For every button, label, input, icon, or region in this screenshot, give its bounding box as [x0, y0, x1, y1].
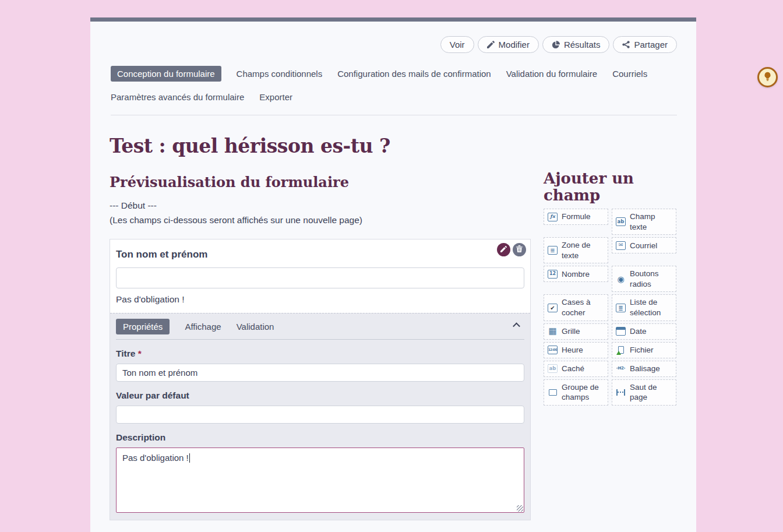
- actions-row: Voir Modifier Résultats Partager: [110, 36, 677, 53]
- field-type-label: Zone de texte: [562, 240, 604, 260]
- description-textarea[interactable]: Pas d'obligation !: [116, 448, 524, 513]
- select-list-icon: ≣: [616, 304, 626, 312]
- field-value-input[interactable]: [116, 267, 524, 288]
- description-label: Description: [116, 432, 524, 443]
- top-accent-bar: [90, 17, 696, 22]
- field-type-label: Courriel: [630, 241, 657, 251]
- field-type-label: Groupe de champs: [562, 382, 604, 403]
- tab-courriels[interactable]: Courriels: [612, 66, 647, 82]
- add-balisage-button[interactable]: ‹H2› Balisage: [612, 361, 676, 377]
- page-title: Test : quel hérisson es-tu ?: [110, 135, 677, 157]
- tab-exporter[interactable]: Exporter: [259, 89, 292, 105]
- results-button[interactable]: Résultats: [542, 36, 610, 53]
- content-area: Voir Modifier Résultats Partager Concept…: [90, 22, 696, 532]
- pagebreak-marker: --- Début ---: [110, 200, 531, 211]
- clock-icon: 12:00: [548, 346, 558, 354]
- form-preview-column: Prévisualisation du formulaire --- Début…: [110, 164, 531, 532]
- tab-validation[interactable]: Validation: [237, 319, 274, 334]
- field-type-label: Champ texte: [630, 212, 672, 232]
- pencil-icon: [487, 41, 495, 48]
- form-admin-tabs: Conception du formulaire Champs conditio…: [110, 66, 677, 115]
- edit-button-label: Modifier: [499, 40, 530, 50]
- tab-champs-conditionnels[interactable]: Champs conditionnels: [237, 66, 323, 82]
- tabs-row-2: Paramètres avancés du formulaire Exporte…: [111, 89, 677, 105]
- grid-icon: ▦: [548, 327, 558, 336]
- page-shell: Voir Modifier Résultats Partager Concept…: [90, 17, 696, 532]
- pencil-icon: [500, 245, 507, 254]
- field-type-label: Liste de sélection: [630, 297, 672, 318]
- view-button[interactable]: Voir: [440, 36, 474, 53]
- description-textarea-value: Pas d'obligation !: [122, 453, 189, 463]
- preview-heading: Prévisualisation du formulaire: [110, 174, 531, 191]
- pie-chart-icon: [552, 41, 560, 49]
- add-heure-button[interactable]: 12:00 Heure: [544, 342, 608, 358]
- add-field-heading: Ajouter un champ: [544, 170, 637, 203]
- file-upload-icon: [616, 346, 626, 354]
- tab-conception-du-formulaire[interactable]: Conception du formulaire: [111, 66, 221, 82]
- resize-handle-icon[interactable]: [517, 505, 523, 512]
- share-button[interactable]: Partager: [613, 36, 677, 53]
- add-nombre-button[interactable]: 12 Nombre: [544, 266, 608, 282]
- add-boutons-radios-button[interactable]: ◉ Boutons radios: [612, 266, 676, 292]
- chevron-up-icon[interactable]: [514, 321, 523, 329]
- tab-validation-du-formulaire[interactable]: Validation du formulaire: [506, 66, 597, 82]
- titre-label-text: Titre: [116, 348, 135, 358]
- add-liste-de-selection-button[interactable]: ≣ Liste de sélection: [612, 294, 676, 320]
- field-type-label: Cases à cocher: [562, 297, 604, 318]
- add-grille-button[interactable]: ▦ Grille: [544, 323, 608, 340]
- add-date-button[interactable]: Date: [612, 323, 676, 340]
- text-cursor: [189, 453, 190, 463]
- tab-affichage[interactable]: Affichage: [185, 319, 221, 334]
- required-mark: *: [138, 348, 142, 358]
- field-type-label: Boutons radios: [630, 269, 672, 289]
- add-fichier-button[interactable]: Fichier: [612, 342, 676, 358]
- hidden-field-icon: ab: [548, 364, 558, 373]
- add-cache-button[interactable]: ab Caché: [544, 361, 608, 377]
- delete-field-button[interactable]: [513, 243, 526, 256]
- field-type-label: Caché: [562, 364, 584, 374]
- tabs-row-1: Conception du formulaire Champs conditio…: [111, 66, 677, 82]
- tab-configuration-mails[interactable]: Configuration des mails de confirmation: [337, 66, 491, 82]
- add-cases-a-cocher-button[interactable]: ✔ Cases à cocher: [544, 294, 608, 320]
- share-button-label: Partager: [634, 40, 668, 50]
- textarea-icon: ≡: [548, 246, 558, 255]
- add-field-sidebar: Ajouter un champ ƒx Formule ab Champ tex…: [544, 164, 676, 532]
- field-type-label: Grille: [562, 326, 580, 337]
- field-type-label: Fichier: [630, 345, 654, 355]
- add-champ-texte-button[interactable]: ab Champ texte: [612, 209, 676, 235]
- field-card-tools: [497, 243, 526, 256]
- edit-button[interactable]: Modifier: [478, 36, 539, 53]
- radio-icon: ◉: [616, 274, 626, 283]
- lightbulb-icon: [763, 72, 773, 83]
- add-formule-button[interactable]: ƒx Formule: [544, 209, 608, 225]
- add-saut-de-page-button[interactable]: Saut de page: [612, 379, 676, 406]
- titre-input[interactable]: [116, 364, 524, 382]
- field-type-label: Formule: [562, 212, 591, 222]
- valeur-par-defaut-input[interactable]: [116, 406, 524, 424]
- add-groupe-de-champs-button[interactable]: Groupe de champs: [544, 379, 608, 406]
- field-type-label: Balisage: [630, 364, 660, 374]
- titre-label: Titre *: [116, 348, 524, 359]
- email-icon: ✉: [616, 241, 626, 250]
- tab-parametres-avances[interactable]: Paramètres avancés du formulaire: [111, 89, 244, 105]
- add-courriel-button[interactable]: ✉ Courriel: [612, 237, 676, 253]
- markup-icon: ‹H2›: [616, 364, 626, 373]
- add-zone-de-texte-button[interactable]: ≡ Zone de texte: [544, 237, 608, 263]
- tab-proprietes[interactable]: Propriétés: [116, 319, 170, 334]
- field-type-grid: ƒx Formule ab Champ texte ≡ Zone de text…: [544, 209, 676, 405]
- trash-icon: [516, 245, 523, 254]
- field-preview: Ton nom et prénom Pas d'obligation !: [110, 239, 530, 313]
- field-description: Pas d'obligation !: [116, 294, 524, 305]
- field-type-label: Date: [630, 326, 647, 337]
- fieldset-icon: [548, 388, 558, 397]
- calendar-icon: [616, 327, 626, 336]
- help-button[interactable]: [757, 67, 778, 87]
- edit-field-button[interactable]: [497, 243, 510, 256]
- page-break-icon: [616, 388, 626, 397]
- formula-icon: ƒx: [548, 213, 558, 221]
- valeur-par-defaut-label: Valeur par défaut: [116, 390, 524, 401]
- content-columns: Prévisualisation du formulaire --- Début…: [110, 164, 677, 532]
- view-button-label: Voir: [450, 40, 465, 50]
- share-icon: [622, 41, 630, 48]
- tabs-divider: [111, 115, 677, 115]
